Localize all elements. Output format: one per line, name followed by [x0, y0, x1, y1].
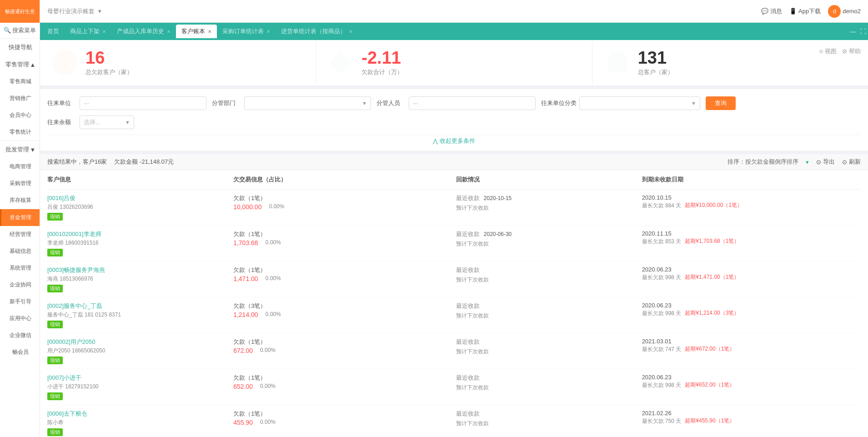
overdue-amount-0[interactable]: 超期¥10,000.00（1笔） [685, 201, 743, 209]
customer-name-0[interactable]: [0016]吕俊 [47, 194, 230, 202]
sidebar-item-app-center[interactable]: 应用中心 [0, 310, 40, 327]
app-download-btn[interactable]: 📱 App下载 [789, 7, 821, 15]
sidebar-item-newbie-guide[interactable]: 新手引导 [0, 293, 40, 310]
overdue-amount-1[interactable]: 超期¥1,703.68（1笔） [685, 237, 739, 245]
sidebar-item-retail-stats[interactable]: 零售统计 [0, 124, 40, 141]
sidebar-item-marketing[interactable]: 营销推广 [0, 90, 40, 107]
page-area: ¥ 16 总欠款客户（家） -2.11 欠款合计（万） [40, 40, 868, 437]
sort-arrow-icon: ▾ [806, 159, 809, 166]
result-debt-amount: 欠款金额 -21,148.07元 [114, 158, 174, 166]
dropdown-icon[interactable]: ▾ [98, 8, 101, 15]
tab-close-products-off[interactable]: ✕ [102, 29, 106, 34]
tab-purchase-order[interactable]: 采购订单统计表 ✕ [217, 25, 276, 38]
sidebar-item-ecommerce[interactable]: 电商管理 [0, 158, 40, 175]
message-btn[interactable]: 💬 消息 [761, 7, 782, 15]
customer-name-1[interactable]: [0001020001]李老师 [47, 230, 230, 238]
customer-name-3[interactable]: [0002]服务中心_丁磊 [47, 302, 230, 310]
sidebar-item-sys-mgmt[interactable]: 系统管理 [0, 260, 40, 276]
customer-tag-2: 现销 [47, 285, 63, 292]
sidebar-item-batch-mgmt[interactable]: 批发管理 ▼ [0, 141, 40, 158]
username-label: demo2 [843, 8, 861, 15]
tab-close-purchase-stats[interactable]: ✕ [349, 29, 352, 34]
tab-minimize-btn[interactable]: — [850, 28, 856, 35]
result-actions: 排序：按欠款金额倒序排序 ▾ ⊙ 导出 ⊙ 刷新 [728, 158, 861, 166]
filter-dept: 分管部门 ▼ [212, 96, 371, 110]
view-btn[interactable]: ⊙ 视图 [819, 47, 837, 55]
sidebar-search[interactable]: 🔍 搜索菜单 [0, 23, 40, 39]
tab-close-purchase-order[interactable]: ✕ [266, 29, 270, 34]
sidebar-item-quick-nav[interactable]: 快捷导航 [0, 39, 40, 56]
manager-dots: ··· [413, 100, 418, 107]
tab-products-off-label: 商品上下架 [70, 27, 100, 35]
tab-home[interactable]: 首页 [42, 25, 65, 38]
export-btn[interactable]: ⊙ 导出 [816, 158, 835, 166]
sidebar-item-retail-mgmt[interactable]: 零售管理 ▲ [0, 56, 40, 73]
filter-collapse-btn[interactable]: ⋀ 收起更多条件 [47, 135, 861, 147]
sidebar-item-retail-shop[interactable]: 零售商城 [0, 73, 40, 90]
dept-label: 分管部门 [212, 99, 241, 107]
sidebar-item-ops-mgmt[interactable]: 经营管理 [0, 226, 40, 243]
export-icon: ⊙ [816, 159, 821, 166]
return-cell-1: 最近收款 2020-06-30 预计下次收款 [456, 230, 642, 248]
sidebar-item-capital-mgmt[interactable]: 资金管理 [0, 209, 40, 226]
customer-name-6[interactable]: [0006]去下粮仓 [47, 410, 230, 418]
app-logo[interactable]: 畅捷通好生意 [0, 0, 40, 23]
manager-input[interactable]: ··· [409, 96, 536, 110]
return-cell-0: 最近收款 2020-10-15 预计下次收款 [456, 194, 642, 212]
sidebar-item-enterprise-collab[interactable]: 企业协同 [0, 276, 40, 293]
refresh-btn[interactable]: ⊙ 刷新 [842, 158, 861, 166]
user-avatar-btn[interactable]: d demo2 [828, 5, 861, 18]
sidebar-item-purchase-mgmt[interactable]: 采购管理 [0, 175, 40, 192]
customer-name-5[interactable]: [0007]小进干 [47, 374, 230, 382]
filter-manager: 分管人员 ··· [376, 96, 536, 110]
input-dots: ··· [84, 100, 89, 107]
customer-tag-3: 现销 [47, 321, 63, 328]
overdue-amount-6[interactable]: 超期¥455.90（1笔） [685, 417, 735, 425]
help-btn[interactable]: ⊘ 帮助 [842, 47, 861, 55]
table-row: [0007]小进干 小进干 18279152100 现销 欠款（1笔） 652.… [47, 369, 861, 405]
customer-contact-6: 陈小希 [47, 419, 230, 427]
export-label: 导出 [823, 158, 835, 166]
customer-name-2[interactable]: [0003]畅捷服务尹海燕 [47, 266, 230, 274]
overdue-amount-2[interactable]: 超期¥1,471.00（1笔） [685, 273, 739, 281]
debt-pct-1: 0.00% [266, 239, 281, 246]
dept-select[interactable]: ▼ [244, 96, 371, 110]
tab-customer-account[interactable]: 客户账本 ✕ [176, 25, 217, 38]
refresh-label: 刷新 [849, 158, 861, 166]
query-button[interactable]: 查询 [706, 96, 736, 110]
tab-product-history[interactable]: 产成品入库单历史 ✕ [111, 25, 176, 38]
collapse-chevron-icon: ⋀ [433, 138, 438, 145]
sidebar-item-enterprise-wechat[interactable]: 企业微信 [0, 327, 40, 344]
sidebar-item-inventory[interactable]: 库存核算 [0, 192, 40, 209]
tab-expand-btn[interactable]: ⛶ [860, 28, 866, 35]
return-next-1: 预计下次收款 [456, 240, 638, 248]
balance-select[interactable]: 选择... ▼ [80, 116, 134, 129]
total-customers-label: 总客户（家） [638, 68, 857, 76]
table-row: [0016]吕俊 吕俊 13026203696 现销 欠款（1笔） 10,000… [47, 190, 861, 226]
tab-home-label: 首页 [47, 27, 59, 35]
overdue-date-2: 2020.06.23 [642, 266, 672, 273]
debt-pct-4: 0.00% [260, 347, 276, 353]
diamond-icon [327, 49, 354, 76]
unit-category-select[interactable]: ▼ [579, 96, 700, 110]
overdue-days-1: 最长欠款 853 天 [642, 238, 682, 246]
overdue-amount-5[interactable]: 超期¥652.00（1笔） [685, 381, 735, 389]
customer-contact-2: 海燕 18513066976 [47, 275, 230, 283]
manager-label: 分管人员 [376, 99, 406, 107]
debt-pct-2: 0.00% [266, 275, 281, 281]
sidebar-item-member[interactable]: 会员中心 [0, 107, 40, 124]
tab-products-off[interactable]: 商品上下架 ✕ [65, 25, 111, 38]
sidebar-item-basic-info[interactable]: 基础信息 [0, 243, 40, 260]
tab-purchase-stats[interactable]: 进货单统计表（按商品） ✕ [276, 25, 358, 38]
tab-close-customer-account[interactable]: ✕ [208, 29, 211, 34]
overdue-amount-3[interactable]: 超期¥1,214.00（3笔） [685, 309, 739, 317]
source-unit-input[interactable]: ··· [80, 96, 206, 110]
customer-cell-2: [0003]畅捷服务尹海燕 海燕 18513066976 现销 [47, 266, 233, 292]
phone-icon: 📱 [789, 8, 797, 15]
refresh-icon: ⊙ [842, 159, 847, 166]
topbar-right: 💬 消息 📱 App下载 d demo2 [761, 5, 861, 18]
overdue-amount-4[interactable]: 超期¥672.00（1笔） [685, 345, 735, 353]
sidebar-item-pro-member[interactable]: 畅会员 [0, 344, 40, 361]
tab-close-product-history[interactable]: ✕ [167, 29, 171, 34]
customer-name-4[interactable]: [000002]用户2050 [47, 338, 230, 346]
